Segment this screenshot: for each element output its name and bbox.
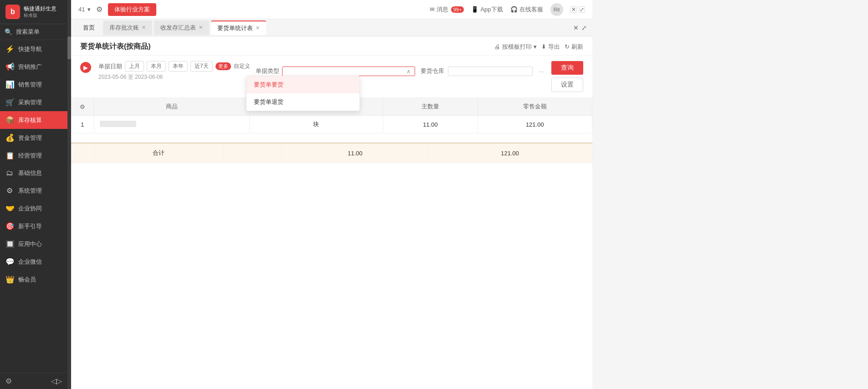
sidebar-scrollbar[interactable] [67, 0, 71, 389]
sidebar-item-base[interactable]: 🗂 基础信息 [0, 164, 67, 182]
query-btn[interactable]: 查询 [551, 61, 583, 75]
messages-badge: 99+ [451, 6, 464, 13]
date-custom-btn[interactable]: 自定义 [234, 62, 250, 70]
tab-batch-account[interactable]: 库存批次账 ✕ [103, 20, 152, 35]
type-filter-input[interactable] [286, 68, 377, 75]
sidebar-item-label-purchase: 采购管理 [18, 98, 42, 107]
sidebar-item-guide[interactable]: 🎯 新手引导 [0, 217, 67, 235]
online-service-item[interactable]: 🎧 在线客服 [510, 5, 543, 14]
refresh-icon: ↻ [565, 43, 570, 50]
date-btn-last-7[interactable]: 近7天 [190, 61, 213, 72]
download-icon: 📱 [471, 6, 478, 13]
home-tab-label: 首页 [83, 24, 95, 32]
date-btn-this-year[interactable]: 本年 [169, 61, 188, 72]
export-btn[interactable]: ⬇ 导出 [541, 43, 560, 51]
dropdown-item-order-goods[interactable]: 要货单要货 [247, 76, 360, 93]
date-btn-this-month[interactable]: 本月 [147, 61, 166, 72]
tab-receipt-summary[interactable]: 收发存汇总表 ✕ [154, 20, 209, 35]
warehouse-more-icon[interactable]: ··· [539, 68, 544, 75]
tabs-right: ✕ ⤢ [573, 24, 587, 31]
header-right: ✉ 消息 99+ 📱 App下载 🎧 在线客服 Rit ✕ ⤢ [430, 3, 585, 16]
dropdown-item-order-return[interactable]: 要货单退货 [247, 93, 360, 111]
sidebar-item-label-system: 系统管理 [18, 187, 42, 195]
sidebar-item-purchase[interactable]: 🛒 采购管理 [0, 93, 67, 111]
sidebar-item-member[interactable]: 👑 畅会员 [0, 271, 67, 288]
messages-item[interactable]: ✉ 消息 99+ [430, 5, 464, 14]
settings-btn[interactable]: 设置 [551, 77, 583, 92]
sidebar-item-wechat[interactable]: 💬 企业微信 [0, 253, 67, 271]
table-settings-icon[interactable]: ⚙ [80, 103, 85, 110]
sidebar-item-label-sales: 销售管理 [18, 81, 42, 89]
app-download-item[interactable]: 📱 App下载 [471, 5, 503, 14]
sidebar-item-system[interactable]: ⚙ 系统管理 [0, 182, 67, 200]
tab-expand-icon[interactable]: ⤢ [581, 24, 587, 31]
nav-icon-guide: 🎯 [5, 222, 14, 230]
app-download-label: App下载 [480, 5, 503, 14]
message-icon: ✉ [430, 6, 435, 13]
nav-icon-quick-nav: ⚡ [5, 45, 14, 53]
footer-empty-2 [223, 143, 282, 163]
avatar[interactable]: Rit [550, 3, 563, 16]
td-product [94, 116, 250, 133]
filter-area: ▶ 单据日期 上月 本月 本年 近7天 [71, 56, 592, 98]
sidebar-item-label-quick-nav: 快捷导航 [18, 45, 42, 53]
sidebar-item-enterprise[interactable]: 🤝 企业协同 [0, 200, 67, 217]
header-gear-icon[interactable]: ⚙ [96, 5, 103, 14]
warehouse-filter-label: 要货仓库 [421, 67, 444, 75]
print-label: 按模板打印 [502, 43, 532, 51]
sidebar-search-label: 搜索菜单 [16, 28, 40, 36]
date-btn-last-month[interactable]: 上月 [125, 61, 144, 72]
sidebar-item-app-center[interactable]: 🔲 应用中心 [0, 235, 67, 253]
trial-btn[interactable]: 体验行业方案 [108, 3, 156, 16]
tab-order-summary[interactable]: 要货单统计表 ✕ [211, 20, 266, 35]
tab-close-batch-account[interactable]: ✕ [142, 25, 146, 31]
collapse-icon[interactable]: ◁▷ [51, 377, 62, 385]
sidebar-search[interactable]: 🔍 搜索菜单 [0, 24, 67, 40]
sidebar-item-label-operation: 经营管理 [18, 152, 42, 160]
top-header: 41 ▾ ⚙ 体验行业方案 ✉ 消息 99+ 📱 App下载 🎧 在 [71, 0, 592, 19]
tab-home[interactable]: 首页 [77, 20, 101, 35]
nav-icon-enterprise: 🤝 [5, 204, 14, 213]
sidebar-item-sales[interactable]: 📊 销售管理 [0, 76, 67, 93]
window-controls: ✕ ⤢ [570, 6, 585, 13]
expand-btn[interactable]: ⤢ [579, 6, 585, 13]
settings-gear-icon[interactable]: ⚙ [5, 377, 12, 385]
sidebar-item-finance[interactable]: 💰 资金管理 [0, 129, 67, 147]
filter-row: 单据日期 上月 本月 本年 近7天 更多 自定义 2023 [98, 61, 544, 81]
print-btn[interactable]: 🖨 按模板打印 ▾ [494, 43, 537, 51]
product-placeholder [100, 121, 136, 127]
logo-name: 畅捷通好生意 [24, 5, 56, 13]
sidebar-item-label-guide: 新手引导 [18, 222, 42, 230]
date-badge[interactable]: 更多 [216, 62, 231, 70]
warehouse-input[interactable] [452, 68, 529, 75]
nav-icon-marketing: 📢 [5, 62, 14, 71]
sidebar-item-operation[interactable]: 📋 经营管理 [0, 147, 67, 164]
footer-table: 合计 11.00 121.00 [71, 143, 592, 163]
tab-close-window-icon[interactable]: ✕ [573, 24, 579, 31]
sidebar-item-quick-nav[interactable]: ⚡ 快捷导航 [0, 40, 67, 58]
print-icon: 🖨 [494, 43, 500, 50]
sidebar-scrollbar-thumb[interactable] [67, 36, 71, 59]
tab-close-receipt-summary[interactable]: ✕ [199, 25, 203, 31]
tab-close-order-summary[interactable]: ✕ [256, 25, 260, 31]
type-dropdown-menu: 要货单要货 要货单退货 [246, 76, 360, 111]
sidebar-item-inventory[interactable]: 📦 库存核算 [0, 111, 67, 129]
nav-icon-sales: 📊 [5, 80, 14, 89]
td-unit: 块 [250, 116, 383, 133]
type-filter-arrow-icon[interactable]: ∧ [406, 68, 411, 75]
batch-account-tab-label: 库存批次账 [109, 24, 139, 32]
sidebar-item-label-finance: 资金管理 [18, 134, 42, 142]
chevron-down-icon: ▾ [87, 6, 91, 13]
sidebar-item-label-enterprise: 企业协同 [18, 205, 42, 213]
sidebar-item-marketing[interactable]: 📢 营销推广 [0, 58, 67, 76]
close-btn[interactable]: ✕ [570, 6, 577, 13]
filter-toggle-btn[interactable]: ▶ [80, 62, 91, 73]
footer-amount: 121.00 [428, 143, 592, 163]
date-buttons: 上月 本月 本年 近7天 更多 自定义 [125, 61, 250, 72]
refresh-label: 刷新 [571, 43, 583, 51]
messages-label: 消息 [437, 5, 448, 14]
order-summary-tab-label: 要货单统计表 [217, 24, 253, 32]
store-selector[interactable]: 41 ▾ [78, 6, 91, 13]
nav-icon-member: 👑 [5, 275, 14, 284]
refresh-btn[interactable]: ↻ 刷新 [565, 43, 583, 51]
